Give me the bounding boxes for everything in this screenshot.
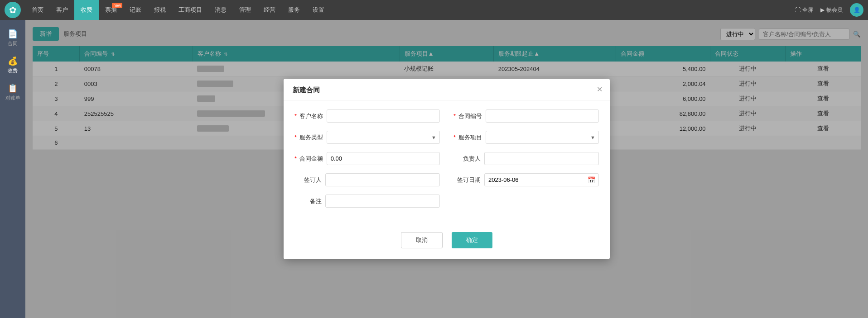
form-row-5: 备注 xyxy=(294,195,599,208)
signer-label: 签订人 xyxy=(294,176,322,184)
confirm-button[interactable]: 确定 xyxy=(452,232,492,248)
service-type-select[interactable] xyxy=(327,131,440,144)
modal-title: 新建合同 xyxy=(284,79,610,100)
nav-message[interactable]: 消息 xyxy=(208,0,233,20)
nav-service[interactable]: 服务 xyxy=(282,0,306,20)
required-star-4: * xyxy=(453,134,456,141)
contract-no-input[interactable] xyxy=(486,109,599,123)
main-area: 📄 合同 💰 收费 📋 对账单 新增 服务项目 进行中 已完成 已取消 xyxy=(0,20,868,318)
field-sign-date: 签订日期 📅 xyxy=(453,173,599,186)
form-row-3: * 合同金额 负责人 xyxy=(294,152,599,165)
play-icon: ▶ xyxy=(820,7,825,13)
required-star-3: * xyxy=(294,134,297,141)
notes-input[interactable] xyxy=(325,195,440,208)
sidebar-item-contract[interactable]: 📄 合同 xyxy=(0,24,25,52)
field-contract-amount: * 合同金额 xyxy=(294,152,440,165)
new-badge: new xyxy=(112,3,122,8)
nav-client[interactable]: 客户 xyxy=(50,0,74,20)
required-star: * xyxy=(294,113,297,119)
cancel-button[interactable]: 取消 xyxy=(401,232,443,248)
service-item-select[interactable] xyxy=(486,131,599,144)
responsible-label: 负责人 xyxy=(453,155,481,163)
service-type-wrapper: ▼ xyxy=(327,131,440,144)
required-star-5: * xyxy=(294,155,297,162)
nav-settings[interactable]: 设置 xyxy=(306,0,331,20)
client-name-input[interactable] xyxy=(327,109,440,123)
fullscreen-button[interactable]: ⛶ 全屏 xyxy=(795,6,813,14)
service-item-label: * 服务项目 xyxy=(453,133,482,142)
modal-footer: 取消 确定 xyxy=(284,225,610,259)
field-notes: 备注 xyxy=(294,195,440,208)
service-type-label: * 服务类型 xyxy=(294,133,323,142)
statement-icon: 📋 xyxy=(8,83,18,93)
form-row-2: * 服务类型 ▼ * xyxy=(294,131,599,144)
field-responsible: 负责人 xyxy=(453,152,599,165)
contract-amount-label: * 合同金额 xyxy=(294,155,323,163)
modal-body: * 客户名称 * 合同编号 xyxy=(284,100,610,225)
field-signer: 签订人 xyxy=(294,173,440,186)
nav-business[interactable]: 工商项目 xyxy=(172,0,208,20)
field-client-name: * 客户名称 xyxy=(294,109,440,123)
form-row-1: * 客户名称 * 合同编号 xyxy=(294,109,599,123)
nav-invoice[interactable]: 票据 new xyxy=(99,0,123,20)
nav-menu: 首页 客户 收费 票据 new 记账 报税 工商项目 消息 管理 经营 服务 设… xyxy=(25,0,795,20)
notes-label: 备注 xyxy=(294,197,322,205)
contract-icon: 📄 xyxy=(8,29,18,39)
sign-date-input[interactable] xyxy=(484,173,599,186)
contract-no-label: * 合同编号 xyxy=(453,112,482,120)
nav-billing[interactable]: 收费 xyxy=(74,0,99,20)
field-service-item: * 服务项目 ▼ xyxy=(453,131,599,144)
field-contract-no: * 合同编号 xyxy=(453,109,599,123)
required-star-2: * xyxy=(453,113,456,119)
nav-home[interactable]: 首页 xyxy=(25,0,50,20)
nav-tax[interactable]: 报税 xyxy=(148,0,172,20)
field-service-type: * 服务类型 ▼ xyxy=(294,131,440,144)
modal-overlay: 新建合同 ✕ * 客户名称 xyxy=(25,20,868,318)
nav-bookkeeping[interactable]: 记账 xyxy=(123,0,148,20)
service-item-wrapper: ▼ xyxy=(486,131,599,144)
signer-input[interactable] xyxy=(325,173,440,186)
user-avatar[interactable]: 👤 xyxy=(850,3,863,17)
billing-icon: 💰 xyxy=(8,56,18,66)
avatar-icon: 👤 xyxy=(854,7,860,13)
fullscreen-icon: ⛶ xyxy=(795,7,800,13)
sidebar-item-statement[interactable]: 📋 对账单 xyxy=(0,79,25,106)
member-button[interactable]: ▶ 畅会员 xyxy=(820,6,843,14)
form-row-4: 签订人 签订日期 📅 xyxy=(294,173,599,186)
contract-amount-input[interactable] xyxy=(327,152,440,165)
sign-date-wrapper: 📅 xyxy=(484,173,599,186)
create-contract-modal: 新建合同 ✕ * 客户名称 xyxy=(284,79,610,259)
responsible-input[interactable] xyxy=(484,152,599,165)
app-logo: ✿ xyxy=(5,2,21,18)
client-name-label: * 客户名称 xyxy=(294,112,323,120)
nav-operation[interactable]: 经营 xyxy=(257,0,282,20)
sign-date-label: 签订日期 xyxy=(453,176,481,184)
sidebar: 📄 合同 💰 收费 📋 对账单 xyxy=(0,20,25,318)
content-area: 新增 服务项目 进行中 已完成 已取消 🔍 序号 合同编号 xyxy=(25,20,868,318)
top-navigation: ✿ 首页 客户 收费 票据 new 记账 报税 工商项目 消息 管理 经营 服务… xyxy=(0,0,868,20)
modal-close-button[interactable]: ✕ xyxy=(597,85,603,94)
nav-manage[interactable]: 管理 xyxy=(233,0,257,20)
sidebar-item-billing[interactable]: 💰 收费 xyxy=(0,52,25,79)
nav-right-area: ⛶ 全屏 ▶ 畅会员 👤 xyxy=(795,3,863,17)
